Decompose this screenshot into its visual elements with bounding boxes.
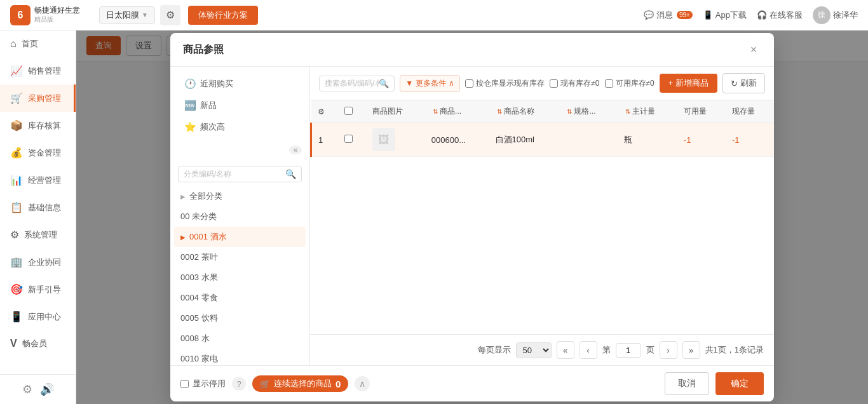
warehouse-filter-checkbox[interactable]: 按仓库显示现有库存: [465, 78, 545, 89]
messages-nav[interactable]: 💬 消息 99+: [644, 10, 693, 21]
modal-title: 商品参照: [183, 43, 224, 57]
online-service-nav[interactable]: 🎧 在线客服: [757, 10, 803, 21]
category-0004[interactable]: 0004 零食: [174, 288, 306, 308]
sidebar-item-finance[interactable]: 💰 资金管理: [0, 139, 76, 166]
user-avatar: 徐: [813, 6, 831, 24]
sidebar-item-guide[interactable]: 🎯 新手引导: [0, 276, 76, 303]
sidebar-settings-icon[interactable]: ⚙: [22, 382, 32, 396]
category-search-box: 🔍: [178, 166, 302, 182]
select-all-checkbox[interactable]: [344, 107, 353, 115]
modal-close-button[interactable]: ×: [746, 42, 761, 57]
show-disabled-input[interactable]: [180, 380, 189, 388]
main-area: 查询 设置 刷新 商品参照 × 🕐 近期购买: [76, 30, 868, 404]
cart-label: 连续选择的商品: [274, 378, 332, 389]
home-icon: ⌂: [10, 38, 17, 50]
next-page-button[interactable]: ›: [660, 341, 677, 359]
sidebar-item-inventory[interactable]: 📦 库存核算: [0, 112, 76, 139]
category-0002[interactable]: 0002 茶叶: [174, 247, 306, 267]
refresh-icon: ↻: [731, 79, 738, 88]
confirm-button[interactable]: 确定: [715, 372, 764, 395]
trial-button[interactable]: 体验行业方案: [188, 6, 258, 25]
warehouse-checkbox-input[interactable]: [465, 79, 473, 88]
col-settings: ⚙: [311, 100, 338, 123]
operation-icon: 📊: [10, 174, 23, 186]
new-label: 新品: [200, 100, 217, 111]
pagination-bar: 每页显示 50 10 20 100 « ‹ 第 页 › »: [310, 334, 774, 365]
category-0010[interactable]: 0010 家电: [174, 349, 306, 365]
help-icon-button[interactable]: ?: [232, 377, 246, 391]
new-icon: 🆕: [184, 100, 196, 111]
available-filter-checkbox[interactable]: 现有库存≠0: [550, 78, 599, 89]
sidebar-item-basic[interactable]: 📋 基础信息: [0, 194, 76, 221]
col-name-sort-icon: ⇅: [497, 108, 502, 115]
sidebar-item-system[interactable]: ⚙ 系统管理: [0, 221, 76, 248]
category-00[interactable]: 00 未分类: [174, 206, 306, 227]
user-name: 徐泽华: [833, 10, 858, 21]
product-table-container: ⚙ 商品图片 ⇅ 商品...: [310, 100, 774, 334]
category-search-icon[interactable]: 🔍: [285, 169, 296, 179]
enterprise-icon: 🏢: [10, 256, 23, 268]
sidebar-item-home[interactable]: ⌂ 首页: [0, 30, 76, 57]
frequent-label: 频次高: [200, 121, 225, 133]
new-products-item[interactable]: 🆕 新品: [178, 95, 302, 116]
row-checkbox[interactable]: [344, 135, 353, 143]
available-checkbox-input[interactable]: [550, 79, 558, 88]
app-download-nav[interactable]: 📱 App下载: [703, 10, 747, 21]
category-0005[interactable]: 0005 饮料: [174, 308, 306, 328]
modal-overlay: 商品参照 × 🕐 近期购买 🆕 新品: [76, 30, 868, 404]
sidebar-item-purchase[interactable]: 🛒 采购管理: [0, 84, 76, 112]
page-number-input[interactable]: [616, 343, 641, 358]
col-unit-header[interactable]: ⇅ 主计量: [618, 100, 677, 123]
more-filter-button[interactable]: ▼ 更多条件 ∧: [400, 75, 460, 92]
total-info: 共1页，1条记录: [705, 344, 764, 356]
sidebar-label-system: 系统管理: [24, 229, 57, 241]
usable-checkbox-input[interactable]: [605, 79, 613, 88]
modal-toolbar: 🔍 ▼ 更多条件 ∧ 按仓库显示现有库存: [310, 67, 774, 100]
cancel-button[interactable]: 取消: [665, 372, 709, 395]
frequent-item[interactable]: ⭐ 频次高: [178, 116, 302, 138]
col-spec-header[interactable]: ⇅ 规格...: [559, 100, 617, 123]
prev-page-button[interactable]: ‹: [580, 341, 597, 359]
store-selector[interactable]: 日太阳膜 ▼: [99, 6, 155, 24]
col-settings-icon[interactable]: ⚙: [318, 107, 325, 116]
last-page-button[interactable]: »: [682, 341, 700, 359]
recent-purchases-item[interactable]: 🕐 近期购买: [178, 73, 302, 95]
sidebar-item-sales[interactable]: 📈 销售管理: [0, 57, 76, 84]
cell-unit: 瓶: [618, 123, 677, 157]
collapse-left-button[interactable]: «: [289, 145, 302, 154]
collapse-cart-button[interactable]: ∧: [355, 376, 370, 391]
category-0001[interactable]: ▶ 0001 酒水: [174, 227, 306, 247]
sidebar-item-operation[interactable]: 📊 经营管理: [0, 166, 76, 194]
col-code-header[interactable]: ⇅ 商品...: [425, 100, 489, 123]
category-0003-label: 0003 水果: [180, 272, 218, 283]
show-disabled-checkbox[interactable]: 显示停用: [180, 378, 226, 389]
category-search-input[interactable]: [184, 170, 285, 178]
sidebar-item-member[interactable]: V 畅会员: [0, 330, 76, 357]
product-image: 🖼: [372, 128, 395, 151]
sidebar: ⌂ 首页 📈 销售管理 🛒 采购管理 📦 库存核算 💰 资金管理 📊 经营管理 …: [0, 30, 76, 404]
category-0008[interactable]: 0008 水: [174, 328, 306, 349]
add-product-button[interactable]: + 新增商品: [660, 74, 717, 93]
continuous-select-cart[interactable]: 🛒 连续选择的商品 0: [252, 375, 348, 392]
product-search-input[interactable]: [325, 79, 379, 88]
usable-filter-checkbox[interactable]: 可用库存≠0: [605, 78, 654, 89]
sidebar-item-enterprise[interactable]: 🏢 企业协同: [0, 248, 76, 276]
category-0010-label: 0010 家电: [180, 353, 218, 365]
product-search-icon[interactable]: 🔍: [379, 79, 389, 88]
settings-icon[interactable]: ⚙: [160, 5, 180, 25]
cell-spec: [559, 123, 617, 157]
user-nav[interactable]: 徐 徐泽华: [813, 6, 858, 24]
first-page-button[interactable]: «: [557, 341, 574, 359]
sidebar-sound-icon[interactable]: 🔊: [40, 382, 54, 396]
sidebar-item-apps[interactable]: 📱 应用中心: [0, 303, 76, 330]
cat0001-arrow-icon: ▶: [180, 234, 186, 241]
category-0003[interactable]: 0003 水果: [174, 267, 306, 288]
page-size-select[interactable]: 50 10 20 100: [516, 342, 552, 358]
sidebar-label-guide: 新手引导: [28, 284, 61, 295]
table-row[interactable]: 1 🖼 000600... 白酒100ml: [311, 123, 775, 157]
col-name-header[interactable]: ⇅ 商品名称: [489, 100, 560, 123]
recent-icon: 🕐: [184, 78, 196, 90]
category-all[interactable]: ▶ 全部分类: [174, 186, 306, 206]
sidebar-label-finance: 资金管理: [28, 147, 61, 159]
refresh-button[interactable]: ↻ 刷新: [722, 73, 765, 93]
